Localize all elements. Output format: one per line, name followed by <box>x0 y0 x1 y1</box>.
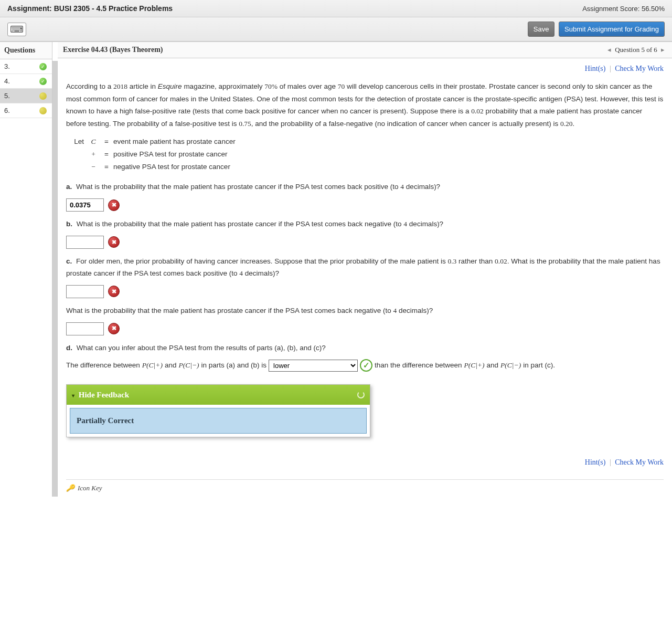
question-number: 4. <box>4 77 10 85</box>
hints-link[interactable]: Hint(s) <box>585 65 606 72</box>
intro-paragraph: According to a 2018 article in Esquire m… <box>66 80 664 130</box>
definitions: Let C = event male patient has prostate … <box>66 135 664 174</box>
feedback-box: ▾ Hide Feedback Partially Correct <box>66 384 370 437</box>
check-work-link[interactable]: Check My Work <box>615 65 664 72</box>
wrong-icon <box>108 286 120 297</box>
question-item-3[interactable]: 3. ✓ <box>0 59 52 74</box>
sidebar-scrollbar[interactable] <box>52 61 58 497</box>
question-number: 6. <box>4 107 10 114</box>
question-item-6[interactable]: 6. <box>0 103 52 118</box>
collapse-icon: ▾ <box>72 393 74 398</box>
part-c-answer1 <box>66 285 664 298</box>
icon-key-link[interactable]: 🔑 Icon Key <box>66 479 664 492</box>
check-work-link[interactable]: Check My Work <box>615 458 664 466</box>
correct-icon <box>360 359 372 372</box>
question-body: According to a 2018 article in Esquire m… <box>58 77 672 452</box>
part-c-answer2 <box>66 322 664 335</box>
toolbar: Save Submit Assignment for Grading <box>0 17 672 41</box>
status-correct-icon: ✓ <box>39 78 47 85</box>
part-d-sentence: The difference between P(C|+) and P(C|−)… <box>66 359 664 372</box>
part-a-input[interactable] <box>66 198 104 212</box>
separator: | <box>610 65 611 72</box>
status-correct-icon: ✓ <box>39 63 47 70</box>
wrong-icon <box>108 323 120 334</box>
next-question-arrow[interactable]: ▸ <box>659 46 667 54</box>
part-d-select[interactable]: lower <box>269 360 358 372</box>
pager-text: Question 5 of 6 <box>615 46 657 54</box>
loading-icon <box>357 391 365 398</box>
questions-sidebar: Questions 3. ✓ 4. ✓ 5. 6. <box>0 42 52 497</box>
part-b-text: b. What is the probability that the male… <box>66 218 664 230</box>
question-item-4[interactable]: 4. ✓ <box>0 74 52 89</box>
part-c-text2: What is the probability that the male pa… <box>66 304 664 317</box>
main-panel: Exercise 04.43 (Bayes Theorem) ◂ Questio… <box>58 42 672 497</box>
assignment-title: Assignment: BUSI 2305 - 4.5 Practice Pro… <box>7 4 173 13</box>
sidebar-header: Questions <box>0 42 52 59</box>
question-pager: ◂ Question 5 of 6 ▸ <box>605 46 667 54</box>
question-number: 5. <box>4 92 10 100</box>
part-d-text: d. What can you infer about the PSA test… <box>66 342 664 354</box>
status-partial-icon <box>39 92 47 100</box>
feedback-toggle[interactable]: ▾ Hide Feedback <box>67 385 370 405</box>
question-item-5[interactable]: 5. <box>0 89 52 103</box>
tool-links-top: Hint(s) | Check My Work <box>58 58 672 77</box>
assignment-header: Assignment: BUSI 2305 - 4.5 Practice Pro… <box>0 0 672 17</box>
exercise-title: Exercise 04.43 (Bayes Theorem) <box>63 46 163 54</box>
part-b-input[interactable] <box>66 236 104 249</box>
part-c-input2[interactable] <box>66 322 104 335</box>
question-number: 3. <box>4 62 10 70</box>
part-c-input1[interactable] <box>66 285 104 298</box>
part-a-answer <box>66 198 664 212</box>
exercise-header: Exercise 04.43 (Bayes Theorem) ◂ Questio… <box>58 42 672 58</box>
tool-links-bottom: Hint(s) | Check My Work <box>58 452 672 471</box>
status-partial-icon <box>39 107 47 114</box>
prev-question-arrow[interactable]: ◂ <box>605 46 613 54</box>
key-icon: 🔑 <box>66 484 74 492</box>
part-c-text1: c. For older men, the prior probability … <box>66 255 664 280</box>
part-a-text: a. What is the probability that the male… <box>66 181 664 193</box>
part-b-answer <box>66 236 664 249</box>
submit-button[interactable]: Submit Assignment for Grading <box>559 22 665 37</box>
separator: | <box>610 458 611 466</box>
keyboard-icon[interactable] <box>7 23 26 36</box>
feedback-body: Partially Correct <box>70 408 367 433</box>
wrong-icon <box>108 236 120 248</box>
wrong-icon <box>108 199 120 211</box>
save-button[interactable]: Save <box>528 22 555 37</box>
assignment-score: Assignment Score: 56.50% <box>582 5 665 13</box>
hints-link[interactable]: Hint(s) <box>585 458 606 466</box>
